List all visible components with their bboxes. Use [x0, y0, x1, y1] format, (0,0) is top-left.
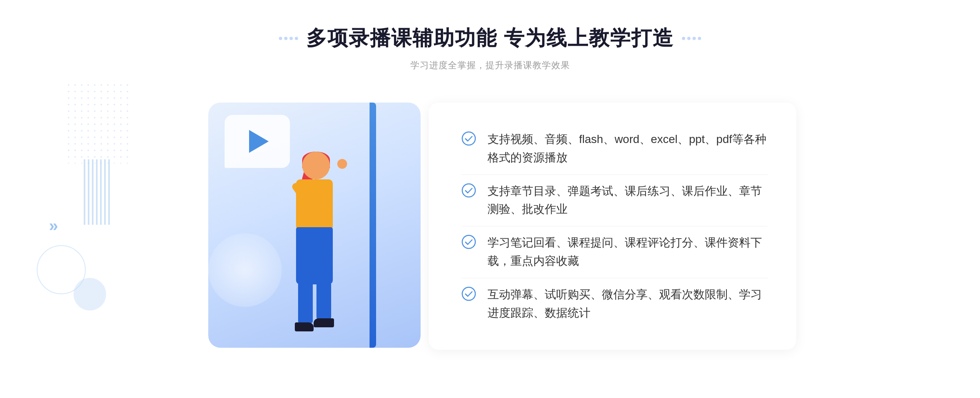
feature-item-4: 互动弹幕、试听购买、微信分享、观看次数限制、学习进度跟踪、数据统计	[461, 278, 768, 330]
page-title: 多项录播课辅助功能 专为线上教学打造	[306, 25, 674, 52]
feature-item-3: 学习笔记回看、课程提问、课程评论打分、课件资料下载，重点内容收藏	[461, 226, 768, 278]
svg-point-2	[462, 235, 475, 248]
feature-item-1: 支持视频、音频、flash、word、excel、ppt、pdf等各种格式的资源…	[461, 123, 768, 175]
stripes-decoration	[84, 159, 112, 225]
circle-solid-decoration	[74, 278, 106, 311]
page-wrapper: » 多项录播课辅助功能 专为线上教学打造 学习进度全掌握，提升录播课教学效果	[0, 0, 980, 398]
check-icon-2	[461, 183, 476, 198]
feature-text-1: 支持视频、音频、flash、word、excel、ppt、pdf等各种格式的资源…	[488, 130, 768, 167]
svg-point-3	[462, 287, 475, 300]
play-icon	[249, 130, 269, 153]
person-shoe-right	[314, 318, 334, 327]
person-shoe-left	[295, 322, 314, 331]
feature-item-2: 支持章节目录、弹题考试、课后练习、课后作业、章节测验、批改作业	[461, 175, 768, 227]
person-pants	[296, 227, 333, 284]
person-leg-right	[316, 282, 331, 319]
features-panel: 支持视频、音频、flash、word、excel、ppt、pdf等各种格式的资源…	[429, 103, 796, 350]
svg-point-0	[462, 132, 475, 145]
chevron-left-icon: »	[49, 217, 58, 235]
svg-point-1	[462, 184, 475, 197]
header-dots-left	[279, 37, 298, 40]
blue-side-bar	[370, 103, 376, 348]
feature-text-3: 学习笔记回看、课程提问、课程评论打分、课件资料下载，重点内容收藏	[488, 234, 768, 271]
header-title-wrapper: 多项录播课辅助功能 专为线上教学打造	[279, 25, 701, 52]
content-area: 支持视频、音频、flash、word、excel、ppt、pdf等各种格式的资源…	[184, 90, 796, 360]
dots-decoration-left	[65, 82, 131, 163]
person-body	[296, 179, 333, 228]
feature-text-2: 支持章节目录、弹题考试、课后练习、课后作业、章节测验、批改作业	[488, 182, 768, 219]
page-subtitle: 学习进度全掌握，提升录播课教学效果	[279, 59, 701, 72]
person-head	[302, 152, 330, 179]
page-header: 多项录播课辅助功能 专为线上教学打造 学习进度全掌握，提升录播课教学效果	[279, 25, 701, 72]
check-icon-3	[461, 235, 476, 249]
header-dots-right	[682, 37, 701, 40]
person-figure	[257, 152, 363, 348]
person-hand-raised	[337, 159, 347, 169]
check-icon-1	[461, 131, 476, 146]
person-leg-left	[298, 282, 313, 323]
illustration-wrapper	[184, 90, 437, 360]
feature-text-4: 互动弹幕、试听购买、微信分享、观看次数限制、学习进度跟踪、数据统计	[488, 286, 768, 322]
check-icon-4	[461, 286, 476, 301]
